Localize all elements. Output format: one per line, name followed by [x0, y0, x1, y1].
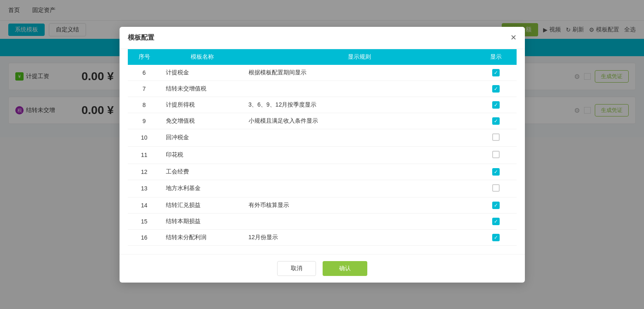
template-config-modal: 模板配置 ✕ 序号 模板名称 显示规则 显示 6计提税金根据模板配置期间显示✓7…	[120, 27, 525, 283]
cell-rule: 根据模板配置期间显示	[244, 65, 475, 81]
cell-seq: 12	[128, 164, 161, 180]
header-seq: 序号	[128, 49, 161, 65]
checkbox-unchecked[interactable]	[492, 184, 500, 192]
cell-rule: 12月份显示	[244, 229, 475, 245]
cancel-button[interactable]: 取消	[277, 261, 316, 276]
checkbox-checked[interactable]: ✓	[492, 218, 500, 225]
cell-name: 结转未分配利润	[161, 229, 244, 245]
cell-seq: 10	[128, 129, 161, 146]
table-row: 16结转未分配利润12月份显示✓	[128, 229, 517, 245]
checkbox-checked[interactable]: ✓	[492, 202, 500, 209]
cell-name: 结转本期损益	[161, 213, 244, 229]
modal-footer: 取消 确认	[120, 254, 525, 283]
table-row: 9免交增值税小规模且满足收入条件显示✓	[128, 113, 517, 129]
cell-show: ✓	[475, 229, 517, 245]
cell-rule: 有外币核算显示	[244, 197, 475, 213]
table-row: 13地方水利基金	[128, 180, 517, 197]
cell-show	[475, 129, 517, 146]
checkbox-checked[interactable]: ✓	[492, 85, 500, 93]
confirm-button[interactable]: 确认	[323, 261, 367, 276]
cell-show	[475, 180, 517, 197]
cell-seq: 11	[128, 146, 161, 164]
table-body: 6计提税金根据模板配置期间显示✓7结转未交增值税✓8计提所得税3、6、9、12月…	[128, 65, 517, 246]
checkbox-unchecked[interactable]	[492, 133, 500, 141]
table-header: 序号 模板名称 显示规则 显示	[128, 49, 517, 65]
checkbox-unchecked[interactable]	[492, 151, 500, 158]
cell-show: ✓	[475, 164, 517, 180]
table-row: 10回冲税金	[128, 129, 517, 146]
checkbox-checked[interactable]: ✓	[492, 101, 500, 109]
cell-name: 回冲税金	[161, 129, 244, 146]
cell-rule	[244, 213, 475, 229]
header-show: 显示	[475, 49, 517, 65]
cell-seq: 15	[128, 213, 161, 229]
cell-seq: 14	[128, 197, 161, 213]
cell-name: 印花税	[161, 146, 244, 164]
cell-name: 工会经费	[161, 164, 244, 180]
table-row: 7结转未交增值税✓	[128, 81, 517, 97]
cell-show: ✓	[475, 65, 517, 81]
cell-seq: 8	[128, 97, 161, 113]
cell-rule	[244, 81, 475, 97]
cell-name: 免交增值税	[161, 113, 244, 129]
cell-show: ✓	[475, 113, 517, 129]
cell-name: 地方水利基金	[161, 180, 244, 197]
config-table: 序号 模板名称 显示规则 显示 6计提税金根据模板配置期间显示✓7结转未交增值税…	[128, 49, 517, 246]
cell-rule	[244, 129, 475, 146]
cell-seq: 16	[128, 229, 161, 245]
cell-seq: 7	[128, 81, 161, 97]
table-row: 15结转本期损益✓	[128, 213, 517, 229]
cell-seq: 9	[128, 113, 161, 129]
checkbox-checked[interactable]: ✓	[492, 234, 500, 241]
cell-name: 计提税金	[161, 65, 244, 81]
checkbox-checked[interactable]: ✓	[492, 168, 500, 176]
modal-overlay: 模板配置 ✕ 序号 模板名称 显示规则 显示 6计提税金根据模板配置期间显示✓7…	[0, 0, 644, 309]
cell-show	[475, 146, 517, 164]
table-row: 12工会经费✓	[128, 164, 517, 180]
cell-name: 计提所得税	[161, 97, 244, 113]
table-row: 14结转汇兑损益有外币核算显示✓	[128, 197, 517, 213]
checkbox-checked[interactable]: ✓	[492, 117, 500, 125]
table-row: 6计提税金根据模板配置期间显示✓	[128, 65, 517, 81]
cell-rule: 3、6、9、12月按季度显示	[244, 97, 475, 113]
cell-seq: 13	[128, 180, 161, 197]
cell-seq: 6	[128, 65, 161, 81]
cell-name: 结转汇兑损益	[161, 197, 244, 213]
cell-show: ✓	[475, 213, 517, 229]
header-name: 模板名称	[161, 49, 244, 65]
cell-rule: 小规模且满足收入条件显示	[244, 113, 475, 129]
cell-rule	[244, 180, 475, 197]
cell-name: 结转未交增值税	[161, 81, 244, 97]
cell-show: ✓	[475, 81, 517, 97]
table-row: 8计提所得税3、6、9、12月按季度显示✓	[128, 97, 517, 113]
modal-header: 模板配置 ✕	[120, 27, 525, 49]
cell-rule	[244, 164, 475, 180]
header-rule: 显示规则	[244, 49, 475, 65]
cell-show: ✓	[475, 97, 517, 113]
modal-title: 模板配置	[128, 33, 154, 42]
modal-body[interactable]: 序号 模板名称 显示规则 显示 6计提税金根据模板配置期间显示✓7结转未交增值税…	[120, 49, 525, 254]
checkbox-checked[interactable]: ✓	[492, 69, 500, 76]
table-row: 11印花税	[128, 146, 517, 164]
modal-close-button[interactable]: ✕	[510, 34, 517, 41]
cell-show: ✓	[475, 197, 517, 213]
cell-rule	[244, 146, 475, 164]
